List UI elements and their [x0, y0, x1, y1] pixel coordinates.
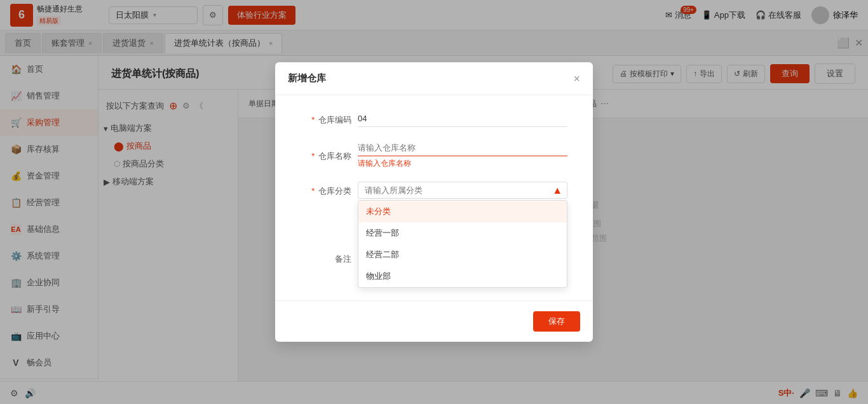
dropdown-item-dept1[interactable]: 经营一部 [358, 222, 567, 244]
warehouse-name-error: 请输入仓库名称 [358, 158, 567, 169]
category-dropdown-arrow[interactable]: ▲ [552, 185, 562, 196]
modal-footer: 保存 [275, 300, 593, 342]
warehouse-code-input[interactable] [358, 111, 567, 127]
dropdown-item-unclassified[interactable]: 未分类 [358, 201, 567, 222]
modal-overlay[interactable]: 新增仓库 × * 仓库编码 * 仓库名称 [0, 0, 868, 404]
warehouse-category-row: * 仓库分类 ▲ 未分类 经营一部 经营二部 物业部 [301, 182, 567, 199]
modal-body: * 仓库编码 * 仓库名称 请输入仓库名称 [275, 95, 593, 300]
dropdown-item-dept2[interactable]: 经营二部 [358, 244, 567, 266]
modal-close-button[interactable]: × [573, 73, 580, 84]
warehouse-category-label: * 仓库分类 [301, 182, 351, 197]
warehouse-code-label: * 仓库编码 [301, 111, 351, 126]
modal-header: 新增仓库 × [275, 62, 593, 95]
modal-title: 新增仓库 [288, 72, 326, 84]
warehouse-name-label: * 仓库名称 [301, 147, 351, 162]
warehouse-code-row: * 仓库编码 [301, 111, 567, 127]
modal-save-button[interactable]: 保存 [533, 311, 580, 332]
warehouse-note-label: 备注 [301, 250, 351, 265]
category-dropdown: 未分类 经营一部 经营二部 物业部 [358, 200, 567, 288]
warehouse-name-row: * 仓库名称 请输入仓库名称 [301, 140, 567, 169]
add-warehouse-modal: 新增仓库 × * 仓库编码 * 仓库名称 [275, 62, 593, 342]
warehouse-name-input[interactable] [358, 140, 567, 156]
dropdown-item-property[interactable]: 物业部 [358, 266, 567, 287]
warehouse-category-input[interactable] [358, 182, 567, 199]
warehouse-category-select-wrapper: ▲ 未分类 经营一部 经营二部 物业部 [358, 182, 567, 199]
warehouse-name-input-group: 请输入仓库名称 [358, 140, 567, 169]
